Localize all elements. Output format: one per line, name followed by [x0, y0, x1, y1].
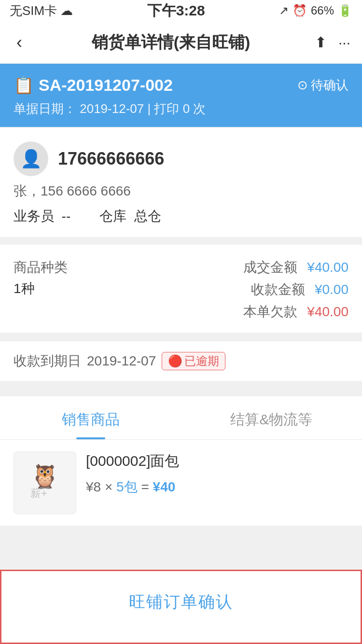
product-name: [0000002]面包: [86, 451, 348, 471]
alarm-icon: ⏰: [292, 4, 307, 17]
owl-icon: 🦉: [30, 465, 59, 488]
summary-right: 成交金额 ¥40.00 收款金额 ¥0.00 本单欠款 ¥40.00: [243, 258, 348, 321]
due-date-label: 收款到期日: [14, 352, 81, 370]
product-image: 🦉 薪+: [14, 451, 76, 514]
nav-bar: ‹ 销货单详情(来自旺铺) ⬆ ···: [0, 21, 362, 64]
customer-meta: 业务员 -- 仓库 总仓: [14, 207, 348, 225]
more-button[interactable]: ···: [338, 34, 350, 51]
received-value: ¥0.00: [315, 282, 348, 297]
product-equals: =: [141, 479, 153, 494]
nav-actions: ⬆ ···: [315, 34, 350, 51]
tabs: 销售商品 结算&物流等: [0, 396, 362, 440]
warehouse: 仓库 总仓: [99, 207, 161, 225]
order-icon: 📋: [14, 75, 34, 95]
page-title: 销货单详情(来自旺铺): [27, 31, 315, 54]
product-qty: 5包: [116, 479, 138, 494]
product-info: [0000002]面包 ¥8 × 5包 = ¥40: [86, 451, 348, 496]
customer-section: 👤 17666666666 张，156 6666 6666 业务员 -- 仓库 …: [0, 128, 362, 237]
product-unit-price: ¥8: [86, 479, 101, 494]
divider-1: [0, 237, 362, 245]
divider-2: [0, 333, 362, 340]
share-button[interactable]: ⬆: [315, 34, 327, 51]
tab-settlement[interactable]: 结算&物流等: [181, 396, 362, 439]
customer-top: 👤 17666666666: [14, 141, 348, 176]
confirm-button-wrap: 旺铺订单确认: [0, 570, 362, 644]
overdue-icon: 🔴: [168, 354, 182, 368]
status-text: 待确认: [311, 77, 348, 94]
customer-details: 张，156 6666 6666: [14, 182, 348, 200]
avatar: 👤: [14, 141, 48, 176]
amount-label: 成交金额: [243, 258, 297, 277]
product-thumbnail: 🦉 薪+: [30, 465, 59, 501]
order-date: 单据日期： 2019-12-07 | 打印 0 次: [14, 100, 348, 117]
customer-phone: 17666666666: [58, 149, 164, 169]
tab-sales-products[interactable]: 销售商品: [0, 396, 181, 439]
product-type-label: 商品种类: [14, 258, 68, 277]
back-button[interactable]: ‹: [12, 28, 27, 57]
order-id: 📋 SA-20191207-002: [14, 75, 173, 95]
sales-person: 业务员 --: [14, 207, 70, 225]
overdue-text: 已逾期: [184, 353, 219, 369]
product-type-value: 1种: [14, 280, 68, 298]
summary-left: 商品种类 1种: [14, 258, 68, 298]
sim-status: 无SIM卡 ☁: [10, 2, 73, 19]
status-bar: 无SIM卡 ☁ 下午3:28 ↗ ⏰ 66% 🔋: [0, 0, 362, 21]
battery-status: 66%: [311, 4, 334, 17]
status-time: 下午3:28: [147, 1, 205, 21]
products-section: 🦉 薪+ [0000002]面包 ¥8 × 5包 = ¥40: [0, 440, 362, 526]
received-row: 收款金额 ¥0.00: [251, 280, 348, 299]
order-header-top: 📋 SA-20191207-002 ⊙ 待确认: [14, 75, 348, 95]
amount-row: 成交金额 ¥40.00: [243, 258, 348, 277]
owed-label: 本单欠款: [243, 303, 297, 321]
divider-3: [0, 381, 362, 389]
order-status: ⊙ 待确认: [297, 77, 348, 94]
order-header: 📋 SA-20191207-002 ⊙ 待确认 单据日期： 2019-12-07…: [0, 64, 362, 127]
amount-value: ¥40.00: [307, 260, 348, 275]
due-section: 收款到期日 2019-12-07 🔴 已逾期: [0, 341, 362, 381]
summary-section: 商品种类 1种 成交金额 ¥40.00 收款金额 ¥0.00 本单欠款 ¥40.…: [0, 245, 362, 333]
product-item: 🦉 薪+ [0000002]面包 ¥8 × 5包 = ¥40: [14, 451, 348, 514]
product-price: ¥8 × 5包 = ¥40: [86, 478, 348, 496]
avatar-icon: 👤: [20, 149, 42, 169]
status-right: ↗ ⏰ 66% 🔋: [279, 4, 352, 17]
due-date-value: 2019-12-07: [87, 353, 156, 369]
status-left: 无SIM卡 ☁: [10, 2, 73, 19]
owed-row: 本单欠款 ¥40.00: [243, 303, 348, 321]
status-clock-icon: ⊙: [297, 78, 308, 93]
location-icon: ↗: [279, 4, 289, 17]
received-label: 收款金额: [251, 280, 305, 299]
owed-value: ¥40.00: [307, 304, 348, 320]
overdue-badge: 🔴 已逾期: [162, 352, 225, 370]
confirm-button[interactable]: 旺铺订单确认: [15, 581, 347, 623]
product-total: ¥40: [153, 479, 176, 494]
battery-icon: 🔋: [338, 4, 352, 17]
product-multiply: ×: [105, 479, 116, 494]
